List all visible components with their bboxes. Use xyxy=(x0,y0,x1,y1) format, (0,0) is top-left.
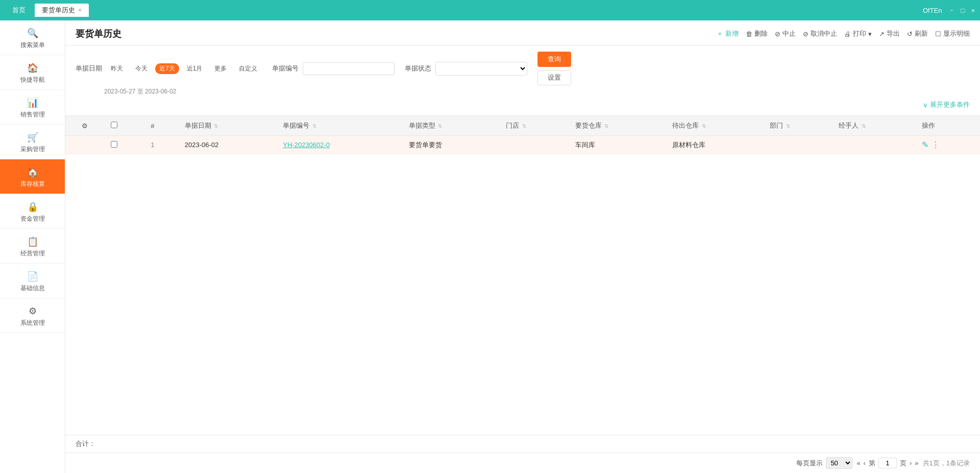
col-pendingwarehouse[interactable]: 待出仓库 ⇅ xyxy=(666,116,764,136)
delete-label: 删除 xyxy=(754,29,768,38)
filter-row-main: 单据日期 昨天 今天 近7天 近1月 更多 自定义 单据编号 xyxy=(76,52,970,85)
operations-icon: 📋 xyxy=(27,236,38,247)
col-docno[interactable]: 单据编号 ⇅ xyxy=(277,116,402,136)
refresh-icon: ↺ xyxy=(907,30,913,38)
new-button[interactable]: ＋ 新增 xyxy=(717,29,739,38)
col-store[interactable]: 门店 ⇅ xyxy=(500,116,569,136)
home-icon: 🏠 xyxy=(27,62,38,74)
new-label: 新增 xyxy=(725,29,739,38)
cancel-stop-button[interactable]: ⊘ 取消中止 xyxy=(803,29,837,38)
sidebar-item-search[interactable]: 🔍 搜索菜单 xyxy=(0,20,65,55)
doc-number-input[interactable] xyxy=(303,62,395,75)
date-btn-more[interactable]: 更多 xyxy=(210,63,231,75)
date-btn-yesterday[interactable]: 昨天 xyxy=(106,63,128,75)
search-icon: 🔍 xyxy=(27,28,38,39)
basic-icon: 📄 xyxy=(27,271,38,282)
prev-page-btn[interactable]: ‹ xyxy=(864,459,866,467)
next-page-btn[interactable]: › xyxy=(910,459,912,467)
sidebar-label-finance: 资金管理 xyxy=(20,215,45,223)
query-button[interactable]: 查询 xyxy=(537,52,571,67)
col-date[interactable]: 单据日期 ⇅ xyxy=(179,116,277,136)
sidebar-item-finance[interactable]: 🔒 资金管理 xyxy=(0,194,65,229)
row-docno-link[interactable]: YH-20230602-0 xyxy=(283,141,330,149)
sidebar-item-purchase[interactable]: 🛒 采购管理 xyxy=(0,125,65,159)
col-num: # xyxy=(144,116,178,136)
col-department[interactable]: 部门 ⇅ xyxy=(764,116,832,136)
often-label: OfTEn xyxy=(923,7,942,14)
window-close-btn[interactable]: × xyxy=(971,7,975,14)
sidebar-item-operations[interactable]: 📋 经营管理 xyxy=(0,229,65,264)
inventory-icon: 🏠 xyxy=(27,167,38,178)
main-layout: 🔍 搜索菜单 🏠 快捷导航 📊 销售管理 🛒 采购管理 🏠 库存核算 🔒 资金管… xyxy=(0,20,980,473)
print-label: 打印 xyxy=(853,29,866,38)
row-checkbox[interactable] xyxy=(111,141,117,148)
row-num: 1 xyxy=(144,136,178,154)
row-checkbox-cell xyxy=(105,136,145,154)
delete-button[interactable]: 🗑 删除 xyxy=(746,29,768,38)
tab-history[interactable]: 要货单历史 × xyxy=(35,4,89,17)
date-filter-label: 单据日期 xyxy=(76,64,102,73)
tab-list: 首页 要货单历史 × xyxy=(5,4,89,17)
page-label: 第 xyxy=(869,459,875,468)
col-doctype[interactable]: 单据类型 ⇅ xyxy=(403,116,500,136)
sidebar-label-operations: 经营管理 xyxy=(20,249,45,258)
print-button[interactable]: 🖨 打印 ▾ xyxy=(844,29,872,38)
filter-settings-button[interactable]: 设置 xyxy=(537,70,571,85)
col-checkbox xyxy=(105,116,145,136)
purchase-icon: 🛒 xyxy=(27,132,38,143)
pagination-bar: 每页显示 50 20 100 200 « ‹ 第 页 › » 共1页，1条记录 xyxy=(65,453,980,473)
sidebar-label-search: 搜索菜单 xyxy=(20,41,45,50)
col-reqwarehouse[interactable]: 要货仓库 ⇅ xyxy=(569,116,667,136)
expand-more-button[interactable]: ∨ 展开更多条件 xyxy=(923,100,970,109)
sidebar-item-basic[interactable]: 📄 基础信息 xyxy=(0,264,65,298)
export-label: 导出 xyxy=(887,29,900,38)
select-all-checkbox[interactable] xyxy=(111,122,117,128)
sales-icon: 📊 xyxy=(27,97,38,108)
table-body: 1 2023-06-02 YH-20230602-0 要货单要货 车间库 原材料… xyxy=(65,136,980,154)
top-bar-right: OfTEn － □ × xyxy=(923,6,975,15)
system-icon: ⚙ xyxy=(29,305,37,317)
row-docno: YH-20230602-0 xyxy=(277,136,402,154)
expand-label: 展开更多条件 xyxy=(930,100,970,109)
sidebar: 🔍 搜索菜单 🏠 快捷导航 📊 销售管理 🛒 采购管理 🏠 库存核算 🔒 资金管… xyxy=(0,20,65,473)
status-select[interactable] xyxy=(435,62,527,76)
col-settings[interactable]: ⚙ xyxy=(65,116,105,136)
row-more-icon[interactable]: ⋮ xyxy=(932,140,940,150)
row-edit-icon[interactable]: ✎ xyxy=(922,140,928,150)
date-filter-group: 单据日期 昨天 今天 近7天 近1月 更多 自定义 xyxy=(76,63,262,75)
table-footer: 合计： xyxy=(65,435,980,453)
stop-button[interactable]: ⊘ 中止 xyxy=(775,29,796,38)
date-btn-7days[interactable]: 近7天 xyxy=(155,63,179,74)
page-nav: « ‹ 第 页 › » xyxy=(856,458,918,468)
date-btn-today[interactable]: 今天 xyxy=(131,63,152,75)
status-filter-group: 单据状态 xyxy=(405,62,527,76)
page-header: 要货单历史 ＋ 新增 🗑 删除 ⊘ 中止 ⊘ 取消中止 xyxy=(65,20,980,45)
cancel-stop-label: 取消中止 xyxy=(811,29,837,38)
sidebar-item-inventory[interactable]: 🏠 库存核算 xyxy=(0,159,65,194)
date-btn-custom[interactable]: 自定义 xyxy=(234,63,262,75)
date-range-buttons: 昨天 今天 近7天 近1月 更多 自定义 xyxy=(106,63,262,75)
show-detail-button[interactable]: ☐ 显示明细 xyxy=(935,29,970,38)
tab-home[interactable]: 首页 xyxy=(5,4,33,17)
sidebar-item-nav[interactable]: 🏠 快捷导航 xyxy=(0,55,65,90)
page-number-input[interactable] xyxy=(878,458,897,468)
last-page-btn[interactable]: » xyxy=(915,459,918,467)
row-doctype: 要货单要货 xyxy=(403,136,500,154)
maximize-btn[interactable]: □ xyxy=(961,7,965,14)
refresh-button[interactable]: ↺ 刷新 xyxy=(907,29,928,38)
date-btn-1month[interactable]: 近1月 xyxy=(182,63,207,75)
row-handler xyxy=(832,136,916,154)
per-page-label: 每页显示 xyxy=(796,459,823,468)
minimize-btn[interactable]: － xyxy=(948,6,955,15)
tab-close-icon[interactable]: × xyxy=(78,7,82,14)
sidebar-item-sales[interactable]: 📊 销售管理 xyxy=(0,90,65,125)
total-label: 合计： xyxy=(76,440,95,447)
col-handler[interactable]: 经手人 ⇅ xyxy=(832,116,916,136)
first-page-btn[interactable]: « xyxy=(856,459,860,467)
per-page-select[interactable]: 50 20 100 200 xyxy=(826,457,852,469)
show-detail-label: 显示明细 xyxy=(943,29,970,38)
sidebar-item-system[interactable]: ⚙ 系统管理 xyxy=(0,298,65,333)
export-button[interactable]: ↗ 导出 xyxy=(879,29,900,38)
filter-action-buttons: 查询 设置 xyxy=(537,52,571,85)
sidebar-label-nav: 快捷导航 xyxy=(20,76,45,84)
